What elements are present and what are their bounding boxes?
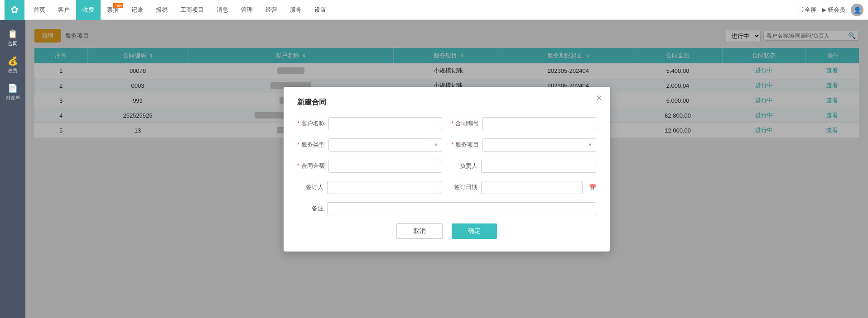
label-signer: 签订人 bbox=[297, 183, 323, 191]
input-contract-amount[interactable]: 0.00 bbox=[328, 160, 442, 173]
field-contract-amount: 合同金额 0.00 bbox=[297, 160, 442, 173]
play-icon: ▶ bbox=[822, 6, 826, 13]
nav-item-home[interactable]: 首页 bbox=[27, 0, 52, 20]
sidebar-item-contract[interactable]: 📋 合同 bbox=[0, 24, 25, 52]
member-button[interactable]: ▶ 畅会员 bbox=[822, 6, 845, 14]
input-contract-code[interactable] bbox=[482, 117, 596, 130]
calendar-icon[interactable]: 📅 bbox=[589, 184, 596, 191]
nav-item-fee[interactable]: 收费 bbox=[76, 0, 101, 20]
field-signer: 签订人 bbox=[297, 181, 442, 194]
field-customer-name: 客户名称 bbox=[297, 117, 442, 130]
form-row-4: 签订人 签订日期 2023-06-06 📅 bbox=[297, 181, 596, 194]
label-remark: 备注 bbox=[297, 204, 323, 213]
nav-item-business[interactable]: 工商项目 bbox=[174, 0, 210, 20]
field-contract-code: 合同编号 bbox=[451, 117, 596, 130]
nav-item-settings[interactable]: 设置 bbox=[308, 0, 333, 20]
label-contract-code: 合同编号 bbox=[451, 119, 479, 128]
new-contract-modal: ✕ 新建合同 客户名称 合同编号 服务类型 bbox=[284, 87, 610, 252]
nav-item-manage[interactable]: 管理 bbox=[235, 0, 259, 20]
cancel-button[interactable]: 取消 bbox=[396, 223, 443, 239]
field-responsible: 负责人 bbox=[451, 160, 596, 173]
field-service-item: 服务项目 ▼ bbox=[451, 138, 596, 152]
confirm-button[interactable]: 确定 bbox=[452, 223, 497, 239]
nav-item-tax[interactable]: 报税 bbox=[149, 0, 174, 20]
field-remark: 备注 bbox=[297, 202, 596, 215]
select-service-type[interactable] bbox=[328, 138, 442, 152]
label-service-item: 服务项目 bbox=[451, 141, 479, 149]
modal-title: 新建合同 bbox=[297, 98, 596, 107]
label-customer-name: 客户名称 bbox=[297, 119, 325, 128]
label-sign-date: 签订日期 bbox=[451, 183, 477, 191]
statement-icon: 📄 bbox=[8, 83, 18, 93]
sidebar: 📋 合同 💰 收费 📄 对账单 bbox=[0, 20, 25, 318]
label-service-type: 服务类型 bbox=[297, 141, 325, 149]
nav-item-customer[interactable]: 客户 bbox=[52, 0, 76, 20]
sidebar-item-fee[interactable]: 💰 收费 bbox=[0, 52, 25, 79]
input-sign-date[interactable]: 2023-06-06 bbox=[481, 181, 583, 194]
nav-right: ⛶ 全屏 ▶ 畅会员 👤 bbox=[797, 4, 863, 16]
service-item-select-wrap: ▼ bbox=[482, 138, 596, 152]
field-sign-date: 签订日期 2023-06-06 📅 bbox=[451, 181, 596, 194]
fullscreen-button[interactable]: ⛶ 全屏 bbox=[797, 6, 816, 14]
label-responsible: 负责人 bbox=[451, 162, 477, 170]
sidebar-item-statement[interactable]: 📄 对账单 bbox=[0, 79, 25, 106]
logo[interactable]: ✿ bbox=[5, 0, 24, 20]
fullscreen-icon: ⛶ bbox=[797, 6, 803, 13]
input-responsible[interactable] bbox=[481, 160, 596, 173]
form-row-1: 客户名称 合同编号 bbox=[297, 117, 596, 130]
form-row-2: 服务类型 ▼ 服务项目 bbox=[297, 138, 596, 152]
input-customer-name[interactable] bbox=[328, 117, 442, 130]
fee-icon: 💰 bbox=[8, 56, 18, 66]
service-type-select-wrap: ▼ bbox=[328, 138, 442, 152]
nav-item-invoice[interactable]: 票据 new bbox=[101, 0, 125, 20]
select-service-item[interactable] bbox=[482, 138, 596, 152]
nav-item-operations[interactable]: 经营 bbox=[259, 0, 284, 20]
content-area: 新增 服务项目 进行中 已完成 已终止 🔍 序号 合同编码 ⇅ bbox=[25, 20, 868, 318]
field-service-type: 服务类型 ▼ bbox=[297, 138, 442, 152]
nav-item-message[interactable]: 消息 bbox=[210, 0, 235, 20]
input-signer[interactable] bbox=[327, 181, 442, 194]
avatar-icon: 👤 bbox=[854, 6, 861, 14]
top-navigation: ✿ 首页 客户 收费 票据 new 记账 报税 工商项目 消息 管理 经营 服务… bbox=[0, 0, 868, 20]
new-badge: new bbox=[113, 3, 123, 8]
modal-overlay: ✕ 新建合同 客户名称 合同编号 服务类型 bbox=[25, 20, 868, 318]
input-remark[interactable] bbox=[327, 202, 596, 215]
label-contract-amount: 合同金额 bbox=[297, 162, 325, 170]
logo-icon: ✿ bbox=[10, 4, 19, 16]
nav-item-bookkeeping[interactable]: 记账 bbox=[125, 0, 149, 20]
modal-close-button[interactable]: ✕ bbox=[596, 93, 603, 103]
avatar[interactable]: 👤 bbox=[851, 4, 863, 16]
form-row-3: 合同金额 0.00 负责人 bbox=[297, 160, 596, 173]
contract-icon: 📋 bbox=[8, 29, 18, 39]
main-layout: 📋 合同 💰 收费 📄 对账单 新增 服务项目 进行中 已完成 已终止 bbox=[0, 20, 868, 318]
modal-footer: 取消 确定 bbox=[297, 223, 596, 239]
nav-item-service[interactable]: 服务 bbox=[284, 0, 308, 20]
form-row-5: 备注 bbox=[297, 202, 596, 215]
